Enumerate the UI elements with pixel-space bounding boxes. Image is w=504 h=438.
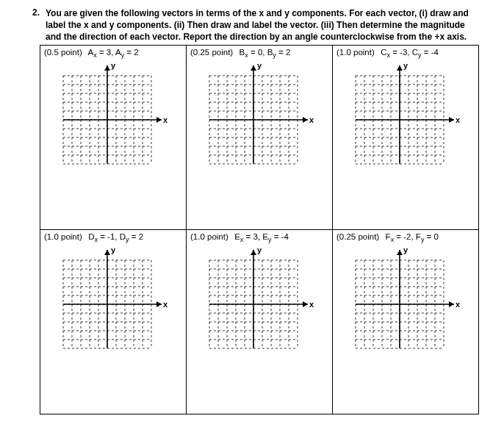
cell-D-points: (1.0 point)	[44, 232, 82, 241]
cell-E-points: (1.0 point)	[190, 232, 228, 241]
cell-C-axes: xy	[339, 61, 472, 171]
svg-text:y: y	[257, 61, 262, 70]
svg-marker-165	[397, 250, 403, 255]
cell-E-header: (1.0 point) Ex = 3, Ey = -4	[190, 232, 328, 241]
prompt-line-3: and the direction of each vector. Report…	[46, 32, 467, 42]
cell-D: (1.0 point) Dx = -1, Dy = 2 xy	[40, 229, 187, 414]
cell-D-axes-wrap: xy	[44, 245, 182, 356]
cell-A-header: (0.5 point) Ax = 3, Ay = 2	[44, 48, 182, 57]
cell-E-axes-wrap: xy	[190, 245, 328, 356]
cell-F-points: (0.25 point)	[336, 232, 379, 241]
cell-D-axes: xy	[47, 245, 179, 356]
cell-C-header: (1.0 point) Cx = -3, Cy = -4	[336, 48, 475, 57]
question-text: You are given the following vectors in t…	[46, 7, 483, 43]
cell-F-header: (0.25 point) Fx = -2, Fy = 0	[336, 232, 475, 241]
cell-F-vector: Fx = -2, Fy = 0	[383, 232, 439, 241]
cell-E-vector: Ex = 3, Ey = -4	[232, 232, 289, 241]
cell-B-header: (0.25 point) Bx = 0, By = 2	[190, 48, 328, 57]
cell-F-axes: xy	[339, 245, 472, 356]
prompt-line-2: label the x and y components. (ii) Then …	[46, 20, 465, 30]
cell-C-axes-wrap: xy	[336, 61, 475, 171]
svg-text:y: y	[111, 245, 116, 254]
cell-B-axes-wrap: xy	[190, 61, 328, 171]
vector-grid-table: (0.5 point) Ax = 3, Ay = 2 xy (0.25 poin…	[40, 45, 479, 414]
cell-B-axes: xy	[193, 61, 325, 171]
svg-text:x: x	[163, 300, 168, 309]
cell-B-points: (0.25 point)	[190, 48, 233, 57]
svg-text:y: y	[257, 245, 262, 254]
cell-C-vector: Cx = -3, Cy = -4	[378, 48, 439, 57]
cell-A-points: (0.5 point)	[44, 48, 82, 57]
cell-C-points: (1.0 point)	[336, 48, 375, 57]
question-prompt: 2. You are given the following vectors i…	[21, 7, 483, 43]
svg-text:y: y	[403, 245, 408, 254]
svg-marker-135	[303, 301, 308, 307]
svg-marker-25	[104, 65, 110, 71]
svg-marker-109	[104, 250, 110, 255]
cell-A-axes: xy	[47, 61, 179, 171]
svg-text:x: x	[309, 300, 314, 309]
cell-C: (1.0 point) Cx = -3, Cy = -4 xy	[333, 45, 479, 229]
cell-B: (0.25 point) Bx = 0, By = 2 xy	[187, 45, 333, 229]
svg-text:x: x	[309, 115, 314, 124]
svg-marker-79	[449, 117, 454, 123]
svg-text:x: x	[456, 300, 461, 309]
cell-F-axes-wrap: xy	[336, 245, 475, 356]
cell-D-vector: Dx = -1, Dy = 2	[86, 232, 143, 241]
svg-marker-137	[251, 250, 256, 255]
cell-D-header: (1.0 point) Dx = -1, Dy = 2	[44, 232, 182, 241]
svg-marker-51	[303, 117, 308, 123]
svg-text:x: x	[163, 115, 168, 124]
cell-F: (0.25 point) Fx = -2, Fy = 0 xy	[333, 229, 479, 414]
worksheet-page: 2. You are given the following vectors i…	[0, 0, 504, 438]
cell-E-axes: xy	[193, 245, 325, 356]
svg-marker-53	[251, 65, 256, 71]
cell-B-vector: Bx = 0, By = 2	[237, 48, 290, 57]
svg-marker-163	[449, 301, 454, 307]
cell-A-axes-wrap: xy	[44, 61, 182, 171]
svg-text:y: y	[111, 61, 116, 70]
svg-marker-23	[156, 117, 162, 123]
svg-marker-107	[156, 301, 162, 307]
cell-A-vector: Ax = 3, Ay = 2	[86, 48, 139, 57]
svg-text:x: x	[456, 115, 461, 124]
cell-A: (0.5 point) Ax = 3, Ay = 2 xy	[40, 45, 187, 229]
cell-E: (1.0 point) Ex = 3, Ey = -4 xy	[187, 229, 333, 414]
svg-text:y: y	[403, 61, 408, 70]
question-number: 2.	[21, 7, 46, 18]
svg-marker-81	[397, 65, 403, 71]
prompt-line-1: You are given the following vectors in t…	[46, 8, 469, 18]
